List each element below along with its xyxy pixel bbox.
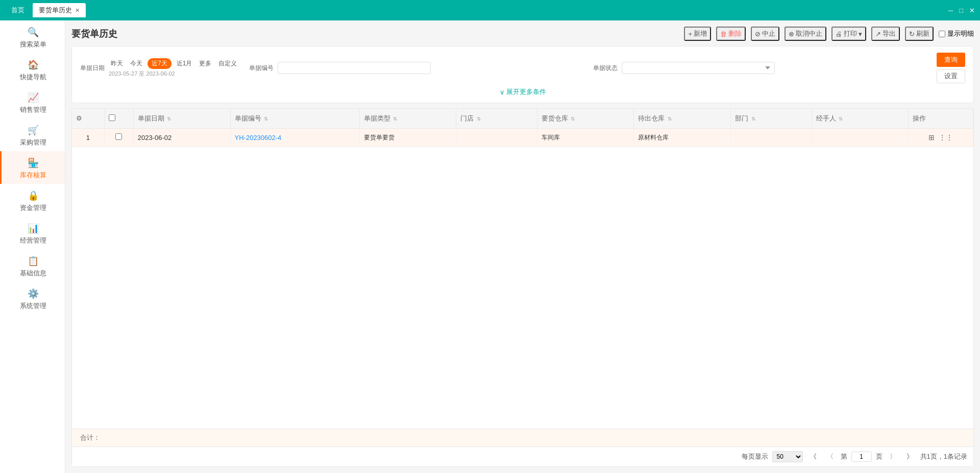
dept-sort-icon[interactable]: ⇅ bbox=[751, 116, 755, 122]
expand-button[interactable]: ∨ 展开更多条件 bbox=[500, 87, 546, 97]
th-dept-label: 部门 bbox=[735, 114, 748, 122]
sidebar-item-operations[interactable]: 📊 经营管理 bbox=[0, 217, 65, 249]
th-code-label: 单据编号 bbox=[235, 114, 261, 122]
type-sort-icon[interactable]: ⇅ bbox=[393, 116, 397, 122]
th-towarehouse-label: 待出仓库 bbox=[638, 114, 665, 122]
towarehouse-sort-icon[interactable]: ⇅ bbox=[668, 116, 672, 122]
sidebar-item-system-label: 系统管理 bbox=[20, 301, 46, 311]
page-suffix-label: 页 bbox=[876, 452, 883, 461]
operations-icon: 📊 bbox=[28, 223, 39, 234]
export-button[interactable]: ↗ 导出 bbox=[871, 27, 900, 41]
date-opt-yesterday[interactable]: 昨天 bbox=[109, 58, 125, 69]
sidebar-item-inventory-label: 库存核算 bbox=[20, 171, 46, 180]
date-filter-group: 单据日期 昨天 今天 近7天 近1月 更多 自定义 2023-05-27 至 2… bbox=[80, 58, 239, 78]
sidebar-item-purchase-label: 采购管理 bbox=[20, 138, 46, 147]
date-sort-icon[interactable]: ⇅ bbox=[167, 116, 171, 122]
sidebar-item-inventory[interactable]: 🏪 库存核算 bbox=[0, 151, 65, 184]
th-shop-label: 门店 bbox=[460, 114, 474, 122]
row-checkbox-cell bbox=[104, 128, 133, 147]
th-handler: 经手人 ⇅ bbox=[812, 109, 909, 128]
sidebar-item-search[interactable]: 🔍 搜索菜单 bbox=[0, 20, 65, 53]
sidebar-item-basic[interactable]: 📋 基础信息 bbox=[0, 249, 65, 282]
refresh-icon: ↻ bbox=[909, 30, 915, 38]
handler-sort-icon[interactable]: ⇅ bbox=[839, 116, 843, 122]
sidebar-item-sales[interactable]: 📈 销售管理 bbox=[0, 86, 65, 119]
win-min-button[interactable]: ─ bbox=[948, 7, 953, 14]
row-dept bbox=[731, 128, 812, 147]
win-close-button[interactable]: ✕ bbox=[969, 7, 975, 14]
row-ops-icons: ⊞ ⋮⋮ bbox=[913, 133, 969, 141]
sidebar-item-system[interactable]: ⚙️ 系统管理 bbox=[0, 282, 65, 315]
sidebar-item-finance[interactable]: 🔒 资金管理 bbox=[0, 184, 65, 217]
select-all-checkbox[interactable] bbox=[109, 114, 115, 121]
date-opt-today[interactable]: 今天 bbox=[128, 58, 144, 69]
th-type-label: 单据类型 bbox=[364, 114, 390, 122]
window-controls: ─ □ ✕ bbox=[948, 7, 975, 14]
tab-home[interactable]: 首页 bbox=[5, 3, 31, 17]
content-area: 要货单历史 + 新增 🗑 删除 ⊘ 中止 ⊗ 取消中止 bbox=[65, 20, 980, 473]
export-label: 导出 bbox=[883, 29, 896, 38]
row-code-link[interactable]: YH-20230602-4 bbox=[235, 134, 282, 141]
date-option-row: 昨天 今天 近7天 近1月 更多 自定义 bbox=[109, 58, 239, 69]
last-page-button[interactable]: 》 bbox=[903, 451, 916, 462]
warehouse-sort-icon[interactable]: ⇅ bbox=[571, 116, 575, 122]
cancel-stop-button[interactable]: ⊗ 取消中止 bbox=[785, 27, 826, 41]
data-table: ⚙ 单据日期 ⇅ 单据编号 ⇅ bbox=[72, 109, 973, 147]
row-num: 1 bbox=[72, 128, 104, 147]
row-handler bbox=[812, 128, 909, 147]
inventory-icon: 🏪 bbox=[28, 157, 39, 169]
print-button[interactable]: 🖨 打印 ▾ bbox=[831, 27, 866, 41]
table-container: ⚙ 单据日期 ⇅ 单据编号 ⇅ bbox=[71, 108, 974, 467]
date-opt-1month[interactable]: 近1月 bbox=[175, 58, 194, 69]
pagination-bar: 每页显示 50 100 200 《 〈 第 页 〉 》 共1页，1条记录 bbox=[72, 446, 973, 466]
sidebar-item-purchase[interactable]: 🛒 采购管理 bbox=[0, 119, 65, 151]
first-page-button[interactable]: 《 bbox=[807, 451, 820, 462]
sidebar-item-operations-label: 经营管理 bbox=[20, 236, 46, 245]
row-view-icon[interactable]: ⊞ bbox=[928, 133, 935, 141]
table-footer: 合计： bbox=[72, 429, 973, 446]
expand-down-icon: ∨ bbox=[500, 88, 505, 96]
tab-requisition-history[interactable]: 要货单历史 ✕ bbox=[33, 3, 86, 17]
stop-button[interactable]: ⊘ 中止 bbox=[751, 27, 779, 41]
query-button[interactable]: 查询 bbox=[937, 53, 965, 67]
date-opt-custom[interactable]: 自定义 bbox=[216, 58, 239, 69]
close-tab-icon[interactable]: ✕ bbox=[75, 7, 80, 14]
new-button[interactable]: + 新增 bbox=[684, 27, 711, 41]
page-number-input[interactable] bbox=[851, 452, 872, 462]
table-header: ⚙ 单据日期 ⇅ 单据编号 ⇅ bbox=[72, 109, 973, 128]
delete-button[interactable]: 🗑 删除 bbox=[716, 27, 746, 41]
main-layout: 🔍 搜索菜单 🏠 快捷导航 📈 销售管理 🛒 采购管理 🏪 库存核算 🔒 资金管… bbox=[0, 20, 980, 473]
next-page-button[interactable]: 〉 bbox=[887, 451, 899, 462]
row-code: YH-20230602-4 bbox=[230, 128, 359, 147]
home-icon: 🏠 bbox=[28, 59, 39, 70]
tab-requisition-history-label: 要货单历史 bbox=[39, 6, 72, 15]
code-sort-icon[interactable]: ⇅ bbox=[264, 116, 268, 122]
per-page-select[interactable]: 50 100 200 bbox=[772, 451, 803, 462]
column-settings-icon[interactable]: ⚙ bbox=[76, 114, 82, 122]
date-opt-7days[interactable]: 近7天 bbox=[148, 58, 172, 69]
new-icon: + bbox=[688, 30, 692, 38]
page-prefix-label: 第 bbox=[841, 452, 847, 461]
filter-area: 单据日期 昨天 今天 近7天 近1月 更多 自定义 2023-05-27 至 2… bbox=[71, 46, 974, 103]
row-shop bbox=[456, 128, 537, 147]
sidebar-item-finance-label: 资金管理 bbox=[20, 203, 46, 212]
prev-page-button[interactable]: 〈 bbox=[824, 451, 837, 462]
refresh-label: 刷新 bbox=[916, 29, 929, 38]
row-type: 要货单要货 bbox=[359, 128, 456, 147]
win-max-button[interactable]: □ bbox=[959, 7, 963, 14]
stop-icon: ⊘ bbox=[755, 30, 761, 38]
refresh-button[interactable]: ↻ 刷新 bbox=[905, 27, 934, 41]
show-detail-toggle[interactable]: 显示明细 bbox=[939, 29, 974, 38]
date-opt-more[interactable]: 更多 bbox=[197, 58, 213, 69]
doc-no-input[interactable] bbox=[278, 62, 431, 74]
show-detail-checkbox[interactable] bbox=[939, 31, 945, 37]
filter-row: 单据日期 昨天 今天 近7天 近1月 更多 自定义 2023-05-27 至 2… bbox=[80, 53, 965, 83]
shop-sort-icon[interactable]: ⇅ bbox=[477, 116, 481, 122]
status-select[interactable] bbox=[622, 62, 775, 74]
th-date: 单据日期 ⇅ bbox=[133, 109, 230, 128]
cancel-stop-label: 取消中止 bbox=[796, 29, 822, 38]
row-checkbox[interactable] bbox=[115, 133, 122, 140]
settings-button[interactable]: 设置 bbox=[937, 69, 965, 83]
sidebar-item-quicknav[interactable]: 🏠 快捷导航 bbox=[0, 53, 65, 86]
row-more-icon[interactable]: ⋮⋮ bbox=[939, 133, 953, 141]
